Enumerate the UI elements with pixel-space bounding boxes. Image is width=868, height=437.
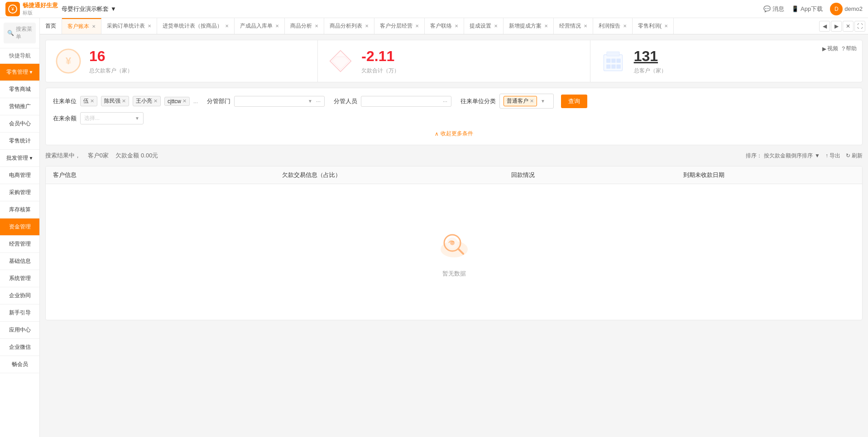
sidebar-item-retail-stats[interactable]: 零售统计 (0, 133, 39, 150)
filter-tag-2[interactable]: 陈民强 ✕ (101, 96, 129, 106)
filter-tag-4[interactable]: cjttcw ✕ (164, 97, 190, 106)
tab-close-icon[interactable]: ✕ (584, 24, 587, 28)
sidebar-item-finance[interactable]: 资金管理 (0, 218, 39, 236)
tab-operation-status[interactable]: 经营情况 ✕ (554, 18, 593, 34)
stat-overdue-amount: -2.11 欠款合计（万） (318, 40, 590, 82)
filter-category-select[interactable]: 普通客户 ✕ ▼ (499, 94, 554, 109)
play-icon: ▶ (822, 46, 826, 52)
tab-profit-report[interactable]: 利润报告 ✕ (593, 18, 633, 34)
filter-tag-3[interactable]: 王小亮 ✕ (133, 96, 161, 106)
sidebar-search-area: 🔍 搜索菜单 (0, 18, 39, 48)
filter-dept-select[interactable]: ▼ ··· (234, 96, 325, 107)
tag-close-icon[interactable]: ✕ (90, 98, 94, 104)
tab-close-all[interactable]: ✕ (843, 21, 854, 32)
avatar: D (830, 3, 843, 15)
sidebar-item-ecommerce[interactable]: 电商管理 (0, 167, 39, 184)
tab-customer-account[interactable]: 客户账本 ✕ (62, 18, 101, 34)
tab-close-icon[interactable]: ✕ (664, 24, 668, 28)
user-menu[interactable]: D demo2 (830, 3, 863, 15)
sidebar-item-basic-info[interactable]: 基础信息 (0, 253, 39, 270)
tab-retail-profit[interactable]: 零售利润( ✕ (633, 18, 674, 34)
export-btn[interactable]: ↑ 导出 (825, 152, 840, 160)
sidebar-item-inventory[interactable]: 库存核算 (0, 201, 39, 218)
filter-tag-1[interactable]: 伍 ✕ (80, 96, 97, 106)
tab-home[interactable]: 首页 (40, 18, 62, 34)
tab-close-icon[interactable]: ✕ (365, 24, 369, 28)
filter-person-select[interactable]: ··· (361, 96, 451, 107)
tab-cost-in[interactable]: 产成品入库单 ✕ (235, 18, 285, 34)
app-download-btn[interactable]: 📱 App下载 (791, 5, 823, 13)
message-btn[interactable]: 💬 消息 (763, 5, 784, 13)
sidebar-item-enterprise-wechat[interactable]: 企业微信 (0, 339, 39, 356)
sidebar-item-retail-mgmt[interactable]: 零售管理 ▼ (0, 64, 39, 81)
sidebar-item-enterprise-collab[interactable]: 企业协同 (0, 287, 39, 304)
table-col-overdue-tx: 欠款交易信息（占比） (282, 171, 511, 179)
sidebar-item-new-guide[interactable]: 新手引导 (0, 304, 39, 322)
result-info: 搜索结果中， 客户0家 欠款金额 0.00元 (45, 152, 163, 160)
tab-customer-contact[interactable]: 客户联络 ✕ (425, 18, 464, 34)
svg-text:¥: ¥ (66, 55, 72, 66)
sidebar-item-vip-member[interactable]: 畅会员 (0, 356, 39, 373)
tab-maximize[interactable]: ⛶ (854, 21, 865, 32)
help-link[interactable]: ? 帮助 (842, 45, 857, 52)
tab-close-icon[interactable]: ✕ (225, 24, 229, 28)
table-col-customer-info: 客户信息 (53, 171, 282, 179)
sidebar-item-batch-mgmt[interactable]: 批发管理 ▼ (0, 150, 39, 167)
tab-close-icon[interactable]: ✕ (544, 24, 548, 28)
tab-customer-segment[interactable]: 客户分层经营 ✕ (374, 18, 425, 34)
tag-close-icon[interactable]: ✕ (182, 98, 187, 104)
chevron-down-icon: ▼ (29, 156, 34, 161)
tab-close-icon[interactable]: ✕ (623, 24, 627, 28)
tab-improve-settings[interactable]: 提成设置 ✕ (464, 18, 504, 34)
filter-person-label: 分管人员 (334, 97, 357, 105)
tab-close-icon[interactable]: ✕ (315, 24, 318, 28)
search-icon: 🔍 (7, 30, 14, 36)
tag-close-icon[interactable]: ✕ (530, 98, 534, 104)
search-menu-btn[interactable]: 🔍 搜索菜单 (4, 23, 36, 43)
chevron-down-icon: ▼ (110, 5, 116, 12)
stats-row: ¥ 16 总欠款客户（家） (45, 40, 863, 82)
sort-select[interactable]: 排序： 按欠款金额倒序排序 ▼ (746, 152, 820, 160)
result-bar: 搜索结果中， 客户0家 欠款金额 0.00元 排序： 按欠款金额倒序排序 ▼ ↑… (45, 149, 863, 162)
account-selector[interactable]: 母婴行业演示帐套 ▼ (62, 5, 116, 13)
tab-close-icon[interactable]: ✕ (148, 24, 151, 28)
filter-category-tag-1[interactable]: 普通客户 ✕ (504, 96, 537, 106)
sidebar-item-sys-mgmt[interactable]: 系统管理 (0, 270, 39, 287)
tab-close-icon[interactable]: ✕ (415, 24, 419, 28)
tab-product-analysis-list[interactable]: 商品分析列表 ✕ (324, 18, 374, 34)
result-actions: 排序： 按欠款金额倒序排序 ▼ ↑ 导出 ↻ 刷新 (746, 152, 863, 160)
tag-close-icon[interactable]: ✕ (122, 98, 126, 104)
sidebar-item-marketing[interactable]: 营销推广 (0, 98, 39, 115)
collapse-btn[interactable]: ∧ 收起更多条件 (435, 130, 473, 138)
tab-scroll-left[interactable]: ◀ (819, 21, 830, 32)
sidebar-item-app-center[interactable]: 应用中心 (0, 322, 39, 339)
tab-close-icon[interactable]: ✕ (92, 24, 96, 29)
sidebar-item-operation[interactable]: 经营管理 (0, 236, 39, 253)
tab-close-icon[interactable]: ✕ (494, 24, 498, 28)
filter-row-1: 往来单位 伍 ✕ 陈民强 ✕ 王小亮 ✕ cjttcw (53, 94, 855, 109)
tab-new-improve[interactable]: 新增提成方案 ✕ (504, 18, 554, 34)
tab-scroll-right[interactable]: ▶ (831, 21, 842, 32)
svg-rect-5 (607, 52, 619, 56)
video-link[interactable]: ▶ 视频 (822, 45, 838, 52)
filter-balance-select[interactable]: 选择... ▼ (80, 112, 144, 124)
tab-stock-stats[interactable]: 进货单统计表（按商品） ✕ (157, 18, 235, 34)
collapse-row: ∧ 收起更多条件 (53, 128, 855, 139)
stat-label-total-customers: 总客户（家） (634, 67, 853, 75)
query-btn[interactable]: 查询 (561, 95, 587, 108)
refresh-btn[interactable]: ↻ 刷新 (846, 152, 863, 160)
svg-rect-9 (606, 64, 610, 68)
sidebar-item-member-center[interactable]: 会员中心 (0, 115, 39, 133)
sidebar-item-quick-nav[interactable]: 快捷导航 (0, 48, 39, 64)
svg-rect-8 (616, 58, 620, 62)
filter-more-btn[interactable]: ... (193, 98, 198, 104)
more-icon: ··· (316, 98, 321, 104)
tab-close-icon[interactable]: ✕ (275, 24, 279, 28)
sidebar: 🔍 搜索菜单 快捷导航 零售管理 ▼ 零售商城 营销推广 会员中心 零售统计 批… (0, 18, 40, 437)
tab-close-icon[interactable]: ✕ (455, 24, 458, 28)
tab-product-analysis[interactable]: 商品分析 ✕ (285, 18, 324, 34)
tag-close-icon[interactable]: ✕ (153, 98, 158, 104)
sidebar-item-purchase[interactable]: 采购管理 (0, 184, 39, 201)
sidebar-item-retail-mall[interactable]: 零售商城 (0, 81, 39, 98)
tab-purchase-order-stats[interactable]: 采购订单统计表 ✕ (101, 18, 157, 34)
